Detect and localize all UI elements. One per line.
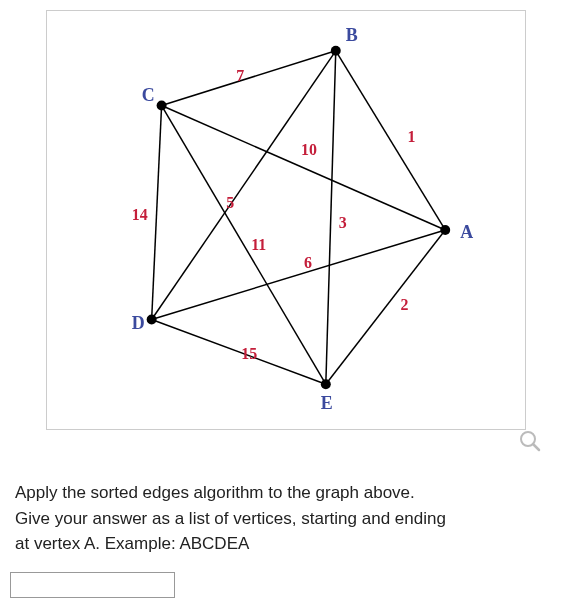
- vertex-C: [156, 101, 166, 111]
- edge-AE: [325, 230, 444, 384]
- svg-line-1: [533, 444, 539, 450]
- edge-CD: [151, 106, 161, 320]
- edge-weight-AB: 1: [407, 128, 415, 145]
- vertex-D: [146, 315, 156, 325]
- vertex-label-A: A: [460, 222, 473, 242]
- edge-BD: [151, 51, 335, 320]
- vertex-label-C: C: [141, 85, 154, 105]
- question-line-1: Apply the sorted edges algorithm to the …: [15, 483, 415, 502]
- edge-weight-AE: 2: [400, 296, 408, 313]
- question-line-2: Give your answer as a list of vertices, …: [15, 509, 446, 528]
- zoom-icon[interactable]: [519, 430, 541, 456]
- edge-weight-DE: 15: [241, 345, 257, 362]
- question-line-3: at vertex A. Example: ABCDEA: [15, 534, 249, 553]
- edge-weight-BD: 10: [300, 141, 316, 158]
- question-text: Apply the sorted edges algorithm to the …: [10, 480, 561, 557]
- graph-container: 12356710111415 ABCDE: [46, 10, 526, 430]
- edge-BE: [325, 51, 335, 384]
- edge-CB: [161, 51, 335, 106]
- edge-AB: [335, 51, 444, 230]
- vertex-B: [330, 46, 340, 56]
- vertex-label-D: D: [131, 313, 144, 333]
- graph-svg: 12356710111415 ABCDE: [47, 11, 525, 429]
- edge-weight-BE: 3: [338, 214, 346, 231]
- edge-AC: [161, 106, 445, 230]
- edge-weight-CD: 14: [131, 206, 147, 223]
- answer-input[interactable]: [10, 572, 175, 598]
- vertex-label-E: E: [320, 393, 332, 413]
- vertex-A: [440, 225, 450, 235]
- edge-weight-AC: 11: [251, 236, 266, 253]
- edge-weight-CB: 7: [236, 67, 244, 84]
- vertex-E: [320, 379, 330, 389]
- vertex-label-B: B: [345, 25, 357, 45]
- edge-DE: [151, 320, 325, 385]
- edge-weight-CE: 5: [226, 194, 234, 211]
- edge-weight-AD: 6: [303, 254, 311, 271]
